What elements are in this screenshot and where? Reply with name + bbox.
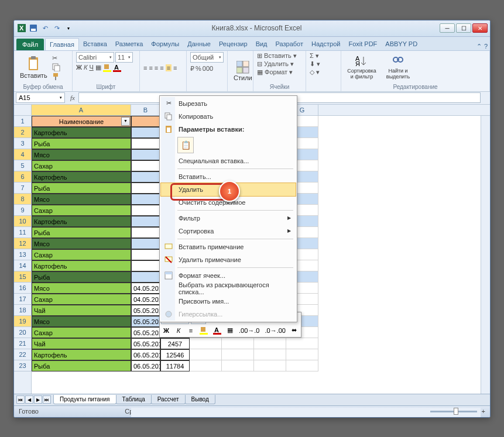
cell-A23[interactable]: Рыба — [32, 360, 131, 371]
sheet-nav-first[interactable]: ⏮ — [16, 395, 25, 404]
qat-dropdown-icon[interactable]: ▼ — [63, 23, 74, 33]
row-header-10[interactable]: 10 — [14, 216, 31, 227]
cell-B13[interactable] — [131, 249, 160, 260]
ribbon-tab-1[interactable]: Вставка — [79, 38, 111, 50]
horizontal-scrollbar[interactable] — [131, 408, 481, 417]
ribbon-tab-3[interactable]: Формулы — [147, 38, 183, 50]
ribbon-tab-10[interactable]: ABBYY PD — [381, 38, 421, 50]
cells-insert-button[interactable]: ⊞ Вставить ▾ — [257, 52, 297, 60]
cell-A7[interactable]: Рыба — [32, 183, 131, 194]
cell-D21[interactable] — [190, 338, 222, 349]
context-filter[interactable]: Фильтр▶ — [161, 212, 296, 225]
sheet-nav-last[interactable]: ⏭ — [43, 395, 51, 404]
cell-F22[interactable] — [254, 349, 286, 360]
cell-A13[interactable]: Сахар — [32, 249, 131, 260]
align-middle-icon[interactable]: ≡ — [149, 64, 152, 71]
row-header-16[interactable]: 16 — [14, 283, 31, 294]
row-header-4[interactable]: 4 — [14, 149, 31, 160]
cell-B6[interactable] — [131, 171, 160, 183]
vertical-scrollbar[interactable] — [481, 105, 490, 394]
cell-B16[interactable]: 04.05.2016 — [131, 283, 160, 294]
cell-A16[interactable]: Мясо — [32, 283, 131, 294]
row-header-21[interactable]: 21 — [14, 338, 31, 349]
cell-B10[interactable] — [131, 216, 160, 227]
mini-align[interactable]: ≡ — [186, 325, 196, 336]
mini-merge[interactable]: ⬌ — [289, 325, 300, 336]
ribbon-tab-5[interactable]: Рецензир — [215, 38, 252, 50]
context-sort[interactable]: Сортировка▶ — [161, 225, 296, 238]
ribbon-minimize-icon[interactable]: ⌃ — [476, 43, 482, 50]
cell-B23[interactable]: 06.05.2016 — [131, 360, 160, 371]
row-header-18[interactable]: 18 — [14, 305, 31, 316]
percent-icon[interactable]: % — [196, 65, 201, 73]
file-tab[interactable]: Файл — [16, 39, 44, 50]
row-header-17[interactable]: 17 — [14, 294, 31, 305]
row-header-6[interactable]: 6 — [14, 171, 31, 183]
mini-fill-color[interactable] — [198, 325, 210, 336]
cell-B5[interactable] — [131, 160, 160, 171]
select-all-corner[interactable] — [14, 105, 32, 116]
cell-A8[interactable]: Мясо — [32, 194, 131, 205]
cell-C21[interactable]: 2457 — [160, 338, 190, 349]
row-header-23[interactable]: 23 — [14, 360, 31, 371]
cell-B2[interactable] — [131, 127, 160, 138]
cell-B3[interactable] — [131, 138, 160, 149]
undo-icon[interactable]: ↶ — [40, 23, 50, 33]
cell-G22[interactable] — [286, 349, 318, 360]
fx-icon[interactable]: fx — [67, 92, 78, 103]
row-header-7[interactable]: 7 — [14, 183, 31, 194]
bold-button[interactable]: Ж — [76, 64, 82, 72]
cell-C23[interactable]: 11784 — [160, 360, 190, 371]
cell-D23[interactable] — [190, 360, 222, 371]
ribbon-tab-6[interactable]: Вид — [252, 38, 272, 50]
context-pick-from-list[interactable]: Выбрать из раскрывающегося списка... — [161, 282, 296, 295]
cell-B19[interactable]: 05.05.2016 — [131, 316, 160, 327]
redo-icon[interactable]: ↷ — [52, 23, 62, 33]
row-header-19[interactable]: 19 — [14, 316, 31, 327]
sheet-tab-3[interactable]: Вывод — [185, 395, 215, 404]
mini-italic[interactable]: К — [173, 325, 184, 336]
cell-C22[interactable]: 12546 — [160, 349, 190, 360]
cell-B18[interactable]: 05.05.2016 — [131, 305, 160, 316]
cell-A21[interactable]: Чай — [32, 338, 131, 349]
row-header-14[interactable]: 14 — [14, 260, 31, 271]
maximize-button[interactable]: ☐ — [456, 23, 471, 33]
cell-G23[interactable] — [286, 360, 318, 371]
cell-E22[interactable] — [222, 349, 254, 360]
cell-B12[interactable] — [131, 238, 160, 249]
cell-B22[interactable]: 06.05.2016 — [131, 349, 160, 360]
row-header-1[interactable]: 1 — [14, 116, 31, 127]
cells-delete-button[interactable]: ⊟ Удалить ▾ — [257, 60, 294, 68]
sheet-nav-prev[interactable]: ◀ — [25, 395, 33, 404]
column-header-A[interactable]: A — [32, 105, 131, 115]
paste-option-button[interactable]: 📋 — [177, 137, 194, 153]
cell-B7[interactable] — [131, 183, 160, 194]
cell-A14[interactable]: Картофель — [32, 260, 131, 271]
filter-dropdown[interactable]: ▼ — [121, 117, 130, 126]
name-box[interactable]: A15▾ — [16, 92, 65, 103]
row-header-8[interactable]: 8 — [14, 194, 31, 205]
ribbon-tab-8[interactable]: Надстрой — [307, 38, 344, 50]
cell-A2[interactable]: Картофель — [32, 127, 131, 138]
align-center-icon[interactable]: ≡ — [166, 64, 172, 71]
cell-A5[interactable]: Сахар — [32, 160, 131, 171]
align-left-icon[interactable]: ≡ — [160, 64, 163, 71]
column-header-B[interactable]: B — [131, 105, 160, 115]
italic-button[interactable]: К — [84, 64, 87, 72]
cell-B1[interactable] — [131, 116, 160, 127]
zoom-in-button[interactable]: + — [482, 408, 485, 415]
font-size-select[interactable]: 11▾ — [115, 52, 133, 63]
context-insert-comment[interactable]: Вставить примечание — [161, 240, 296, 253]
cell-A20[interactable]: Сахар — [32, 327, 131, 338]
align-bottom-icon[interactable]: ≡ — [155, 64, 158, 71]
minimize-button[interactable]: ─ — [440, 23, 455, 33]
cell-A18[interactable]: Чай — [32, 305, 131, 316]
context-define-name[interactable]: Присвоить имя... — [161, 295, 296, 308]
cell-A22[interactable]: Картофель — [32, 349, 131, 360]
mini-inc-decimal[interactable]: .0→.00 — [263, 325, 287, 336]
border-button[interactable]: ▦ — [95, 64, 101, 72]
cut-icon[interactable]: ✂ — [52, 54, 60, 62]
ribbon-tab-2[interactable]: Разметка — [111, 38, 148, 50]
row-header-9[interactable]: 9 — [14, 205, 31, 216]
sheet-tab-1[interactable]: Таблица — [116, 395, 152, 404]
